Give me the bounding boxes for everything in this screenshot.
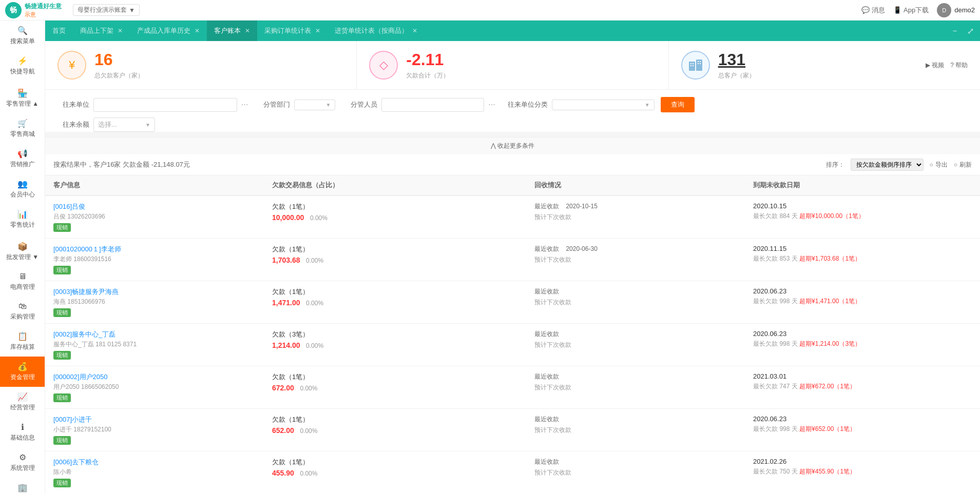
user-menu[interactable]: D demo2 bbox=[937, 3, 975, 17]
svg-rect-8 bbox=[698, 63, 699, 64]
sidebar-item-capital[interactable]: 💰 资金管理 bbox=[0, 357, 45, 387]
tab-customer-account[interactable]: 客户账本 ✕ bbox=[207, 21, 257, 41]
due-days-0007: 最长欠款 998 天 超期¥652.00（1笔） bbox=[753, 425, 972, 433]
tab-home[interactable]: 首页 bbox=[45, 21, 73, 41]
customer-phone-0002: 服务中心_丁磊 181 0125 8371 bbox=[53, 340, 272, 349]
sidebar-item-retail-shop[interactable]: 🛒 零售商城 bbox=[0, 113, 45, 144]
customer-phone-0006: 陈小希 bbox=[53, 468, 272, 477]
tab-close-production[interactable]: ✕ bbox=[195, 27, 200, 34]
dept-select[interactable]: ▼ bbox=[294, 100, 335, 110]
logo-area: 畅 畅捷通好生意 示意 母婴行业演示账套 ▼ bbox=[5, 2, 140, 18]
orange-link[interactable]: 示意 bbox=[25, 11, 62, 18]
stat-icon-amount: ◇ bbox=[369, 51, 398, 80]
stats-icon: 📊 bbox=[17, 209, 28, 219]
manager-dots[interactable]: ··· bbox=[488, 100, 495, 109]
unit-class-select[interactable]: ▼ bbox=[552, 100, 655, 110]
batch-icon: 📦 bbox=[17, 242, 28, 251]
sidebar-item-quick-nav[interactable]: ⚡ 快捷导航 bbox=[0, 51, 45, 81]
search-row-2: 往来余额 选择... ▼ bbox=[53, 117, 972, 132]
customer-name-00010200001[interactable]: [0001020000１]李老师 bbox=[53, 245, 272, 254]
sidebar-item-ecommerce[interactable]: 🖥 电商管理 bbox=[0, 267, 45, 297]
search-icon: 🔍 bbox=[17, 26, 28, 35]
collapse-button[interactable]: ⋀ 收起更多条件 bbox=[491, 142, 534, 149]
tab-import-stats[interactable]: 进货单统计表（按商品） ✕ bbox=[328, 21, 425, 41]
top-bar-right: 💬 消息 📱 App下载 D demo2 bbox=[861, 3, 975, 17]
refresh-button[interactable]: ○ 刷新 bbox=[954, 161, 972, 169]
overdue-00010200001[interactable]: 超期¥1,703.68（1笔） bbox=[799, 255, 861, 262]
retail-icon: 🏪 bbox=[17, 88, 28, 98]
sidebar-item-enterprise[interactable]: 🏢 企业协同 bbox=[0, 478, 45, 493]
sidebar-item-basic-info[interactable]: ℹ 基础信息 bbox=[0, 417, 45, 447]
debt-count-00010200001: 欠款（1笔） bbox=[272, 245, 534, 254]
customer-name-0016[interactable]: [0016]吕俊 bbox=[53, 202, 272, 211]
marketing-icon: 📢 bbox=[17, 149, 28, 159]
overdue-0003[interactable]: 超期¥1,471.00（1笔） bbox=[799, 298, 861, 305]
sidebar-item-inventory[interactable]: 📋 库存核算 bbox=[0, 326, 45, 357]
header-customer-info: 客户信息 bbox=[53, 181, 272, 190]
customer-name-000002[interactable]: [000002]用户2050 bbox=[53, 372, 272, 382]
sort-select[interactable]: 按欠款金额倒序排序 bbox=[851, 159, 924, 171]
debt-info-0007: 欠款（1笔） 652.00 0.00% bbox=[272, 415, 534, 435]
message-button[interactable]: 💬 消息 bbox=[861, 6, 885, 15]
industry-selector[interactable]: 母婴行业演示账套 ▼ bbox=[73, 4, 140, 16]
overdue-0016[interactable]: 超期¥10,000.00（1笔） bbox=[799, 212, 864, 220]
sidebar-item-retail-stats[interactable]: 📊 零售统计 bbox=[0, 204, 45, 234]
help-action[interactable]: ? 帮助 bbox=[950, 61, 968, 70]
overdue-0002[interactable]: 超期¥1,214.00（3笔） bbox=[799, 340, 861, 347]
tab-products-off[interactable]: 商品上下架 ✕ bbox=[73, 21, 130, 41]
customer-name-0003[interactable]: [0003]畅捷服务尹海燕 bbox=[53, 287, 272, 297]
manager-input[interactable] bbox=[381, 98, 484, 112]
member-icon: 👥 bbox=[17, 179, 28, 189]
source-unit-input[interactable] bbox=[93, 98, 237, 112]
balance-select[interactable]: 选择... ▼ bbox=[93, 117, 155, 132]
source-unit-dots[interactable]: ··· bbox=[241, 100, 248, 109]
overdue-0006[interactable]: 超期¥455.90（1笔） bbox=[799, 468, 856, 475]
sidebar-item-member[interactable]: 👥 会员中心 bbox=[0, 174, 45, 204]
balance-label: 往来余额 bbox=[53, 120, 89, 129]
table-row: [0001020000１]李老师 李老师 18600391516 现销 欠款（1… bbox=[45, 239, 980, 281]
sidebar-item-retail-mgmt[interactable]: 🏪 零售管理 ▲ bbox=[0, 83, 45, 113]
customer-name-0006[interactable]: [0006]去下粮仓 bbox=[53, 458, 272, 467]
debt-ratio-000002: 0.00% bbox=[300, 385, 317, 392]
stat-debt-amount-label: 欠款合计（万） bbox=[406, 71, 449, 80]
table-row: [0006]去下粮仓 陈小希 现销 欠款（1笔） 455.90 0.00% bbox=[45, 451, 980, 493]
search-button[interactable]: 查询 bbox=[661, 97, 695, 112]
sidebar-item-system[interactable]: ⚙ 系统管理 bbox=[0, 447, 45, 478]
customer-name-0002[interactable]: [0002]服务中心_丁磊 bbox=[53, 330, 272, 339]
tab-maximize-button[interactable]: ⤢ bbox=[965, 24, 976, 38]
table-header: 客户信息 欠款交易信息（占比） 回收情况 到期未收款日期 bbox=[45, 175, 980, 196]
customer-tag-0016: 现销 bbox=[53, 223, 71, 232]
due-date-000002: 2021.03.01 bbox=[753, 372, 972, 380]
avatar: D bbox=[937, 3, 951, 17]
app-container: 畅 畅捷通好生意 示意 母婴行业演示账套 ▼ 💬 消息 📱 App下载 D de… bbox=[0, 0, 980, 493]
tab-purchase-stats[interactable]: 采购订单统计表 ✕ bbox=[257, 21, 328, 41]
tab-production-history[interactable]: 产成品入库单历史 ✕ bbox=[130, 21, 207, 41]
app-download-button[interactable]: 📱 App下载 bbox=[893, 6, 929, 15]
sidebar-item-purchase[interactable]: 🛍 采购管理 bbox=[0, 297, 45, 326]
tab-close-import[interactable]: ✕ bbox=[412, 27, 417, 34]
tab-close-customer[interactable]: ✕ bbox=[245, 27, 250, 34]
video-action[interactable]: ▶ 视频 bbox=[926, 61, 944, 70]
stat-amount-info: -2.11 欠款合计（万） bbox=[406, 50, 449, 80]
debt-count-000002: 欠款（1笔） bbox=[272, 372, 534, 382]
tab-close-products-off[interactable]: ✕ bbox=[118, 27, 123, 34]
customer-name-0007[interactable]: [0007]小进千 bbox=[53, 415, 272, 424]
sidebar-item-operations[interactable]: 📈 经营管理 bbox=[0, 387, 45, 417]
result-actions: 排序： 按欠款金额倒序排序 ○ 导出 ○ 刷新 bbox=[826, 159, 972, 171]
stat-actions: ▶ 视频 ? 帮助 bbox=[926, 61, 968, 70]
next-collection-0002: 预计下次收款 bbox=[534, 341, 753, 349]
tab-close-purchase[interactable]: ✕ bbox=[315, 27, 320, 34]
export-button[interactable]: ○ 导出 bbox=[930, 161, 948, 169]
ecommerce-icon: 🖥 bbox=[18, 272, 27, 281]
header-due-date: 到期未收款日期 bbox=[753, 181, 972, 190]
overdue-000002[interactable]: 超期¥672.00（1笔） bbox=[799, 383, 856, 390]
stat-debt-customers-value: 16 bbox=[94, 50, 144, 69]
sidebar-item-marketing[interactable]: 📢 营销推广 bbox=[0, 144, 45, 174]
tab-minimize-button[interactable]: － bbox=[949, 24, 961, 38]
unit-class-label: 往来单位分类 bbox=[502, 100, 548, 109]
next-collection-0006: 预计下次收款 bbox=[534, 468, 753, 477]
debt-amount-0007: 652.00 bbox=[272, 426, 294, 435]
overdue-0007[interactable]: 超期¥652.00（1笔） bbox=[799, 425, 856, 432]
sidebar-item-batch-mgmt[interactable]: 📦 批发管理 ▼ bbox=[0, 236, 45, 267]
sidebar-item-search[interactable]: 🔍 搜索菜单 bbox=[0, 21, 45, 51]
